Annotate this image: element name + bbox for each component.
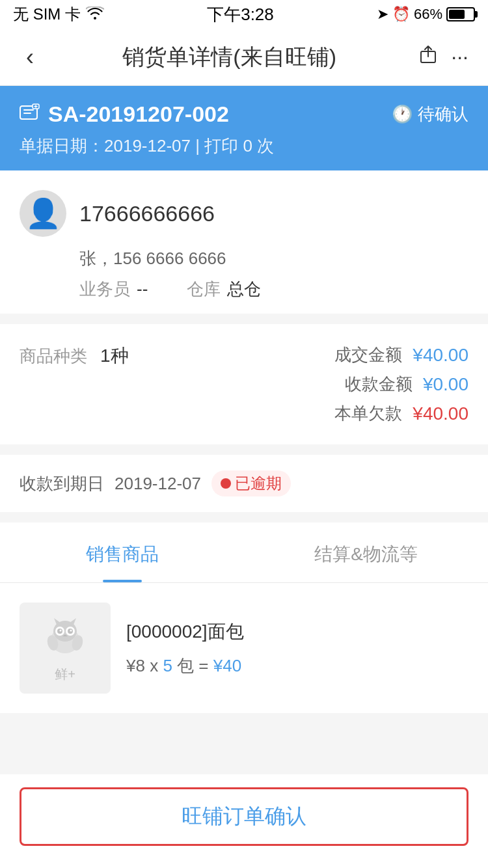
product-unit: 包	[177, 656, 194, 675]
back-button[interactable]: ‹	[20, 37, 40, 77]
bottom-bar: 旺铺订单确认	[0, 774, 488, 868]
avatar-icon: 👤	[25, 197, 61, 230]
status-left: 无 SIM 卡	[13, 4, 104, 25]
status-right: ➤ ⏰ 66%	[377, 6, 475, 23]
order-summary: 商品种类 1种 成交金额 ¥40.00 收款金额 ¥0.00 本单欠款 ¥40.…	[0, 324, 488, 444]
received-row: 收款金额 ¥0.00	[345, 373, 468, 396]
overdue-dot-icon	[221, 478, 231, 489]
due-date-section: 收款到期日 2019-12-07 已逾期	[0, 455, 488, 512]
warehouse-label: 仓库	[187, 278, 221, 301]
overdue-badge: 已逾期	[211, 470, 291, 496]
customer-phone: 17666666666	[79, 201, 215, 226]
salesman-value: --	[137, 279, 148, 299]
due-date-value: 2019-12-07	[115, 474, 201, 494]
customer-section: 👤 17666666666 张，156 6666 6666 业务员 -- 仓库 …	[0, 170, 488, 314]
battery-label: 66%	[414, 6, 442, 23]
salesman-field: 业务员 --	[79, 278, 148, 301]
product-owl-icon	[42, 613, 88, 666]
product-quantity: 5	[163, 656, 172, 675]
carrier-label: 无 SIM 卡	[13, 4, 81, 25]
product-brand-label: 鲜+	[55, 666, 75, 683]
salesman-label: 业务员	[79, 278, 130, 301]
product-info: [0000002]面包 ¥8 x 5 包 = ¥40	[126, 619, 468, 677]
confirm-order-button[interactable]: 旺铺订单确认	[20, 787, 468, 846]
product-name: [0000002]面包	[126, 619, 468, 644]
product-type-value: 1种	[100, 344, 129, 368]
battery-icon	[446, 7, 475, 21]
product-price: ¥8 x 5 包 = ¥40	[126, 655, 468, 677]
unit-price: ¥8	[126, 656, 145, 675]
avatar: 👤	[20, 190, 66, 237]
warehouse-value: 总仓	[227, 278, 261, 301]
svg-point-11	[60, 630, 62, 632]
received-label: 收款金额	[345, 373, 413, 396]
product-image: 鲜+	[20, 603, 111, 694]
share-button[interactable]	[418, 45, 438, 70]
order-id-icon	[20, 102, 40, 127]
warehouse-field: 仓库 总仓	[187, 278, 261, 301]
status-time: 下午3:28	[207, 3, 274, 26]
more-button[interactable]: ···	[451, 45, 468, 69]
page-title: 销货单详情(来自旺铺)	[122, 42, 336, 72]
amount-row: 成交金额 ¥40.00	[334, 344, 468, 366]
tabs: 销售商品 结算&物流等	[0, 522, 488, 583]
due-date-label: 收款到期日	[20, 472, 104, 495]
status-clock-icon: 🕐	[392, 104, 413, 124]
product-total: ¥40	[213, 656, 241, 675]
order-id: SA-20191207-002	[20, 102, 229, 127]
status-bar: 无 SIM 卡 下午3:28 ➤ ⏰ 66%	[0, 0, 488, 29]
alarm-icon: ⏰	[392, 6, 410, 23]
arrears-label: 本单欠款	[334, 402, 402, 425]
nav-bar: ‹ 销货单详情(来自旺铺) ···	[0, 29, 488, 86]
received-value: ¥0.00	[423, 374, 468, 395]
order-date: 单据日期：2019-12-07 | 打印 0 次	[20, 135, 468, 157]
amount-value: ¥40.00	[413, 345, 468, 366]
order-status: 🕐 待确认	[392, 103, 468, 126]
order-banner: SA-20191207-002 🕐 待确认 单据日期：2019-12-07 | …	[0, 86, 488, 170]
tab-settlement[interactable]: 结算&物流等	[244, 522, 488, 582]
svg-point-12	[70, 630, 72, 632]
nav-actions: ···	[418, 45, 468, 70]
arrears-value: ¥40.00	[413, 403, 468, 424]
customer-name: 张，156 6666 6666	[20, 247, 468, 270]
location-icon: ➤	[377, 6, 388, 23]
product-type-label: 商品种类	[20, 345, 87, 368]
arrears-row: 本单欠款 ¥40.00	[334, 402, 468, 425]
amount-label: 成交金额	[334, 344, 402, 366]
wifi-icon	[86, 5, 104, 23]
tab-sales-goods[interactable]: 销售商品	[0, 522, 244, 582]
product-item: 鲜+ [0000002]面包 ¥8 x 5 包 = ¥40	[0, 583, 488, 713]
